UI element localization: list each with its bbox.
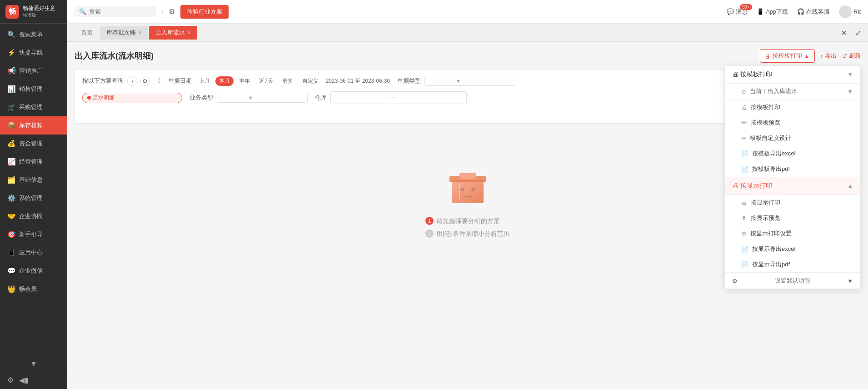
export-icon: ↑	[820, 53, 823, 60]
online-service-btn[interactable]: 🎧 在线客服	[797, 8, 830, 16]
date-tab-prev-month[interactable]: 上月	[195, 76, 214, 86]
dropdown-template-preview[interactable]: 👁 按模板预览	[725, 115, 860, 130]
topbar-settings-icon[interactable]: ⚙	[169, 7, 175, 16]
page-content: 出入库流水(流水明细) 🖨 按模板打印 ▲ ↑ 导出 ↺ 刷新	[67, 42, 868, 389]
user-profile[interactable]: Rit	[839, 5, 861, 18]
sidebar-item-enterprise[interactable]: 🤝 企业协同	[0, 207, 67, 225]
tab-batch-account-label: 库存批次账	[106, 29, 136, 37]
tab-home[interactable]: 首页	[75, 26, 99, 40]
dropdown-arrow-icon: ▲	[804, 53, 810, 60]
collapse-sidebar-icon[interactable]: ◀▮	[19, 376, 29, 384]
warehouse-more-icon[interactable]: ···	[389, 94, 395, 102]
sidebar-item-operations[interactable]: 📈 经营管理	[0, 153, 67, 171]
warehouse-label: 仓库	[315, 94, 327, 102]
maximize-page-btn[interactable]: ⤢	[852, 26, 864, 39]
dropdown-footer[interactable]: ⚙ 设置默认功能 ▼	[725, 273, 860, 289]
app-download-label: App下载	[766, 8, 788, 16]
dropdown-display-print-settings[interactable]: ⚙ 按显示打印设置	[725, 226, 860, 241]
svg-point-5	[471, 188, 475, 191]
display-export-excel-icon: 📄	[741, 246, 748, 253]
template-preview-item-icon: 👁	[741, 120, 747, 126]
doc-type-select[interactable]: ▼	[424, 76, 515, 86]
tab-inout-flow-close[interactable]: ×	[188, 30, 191, 36]
biz-type-label: 业务类型	[190, 94, 213, 102]
dropdown-template-export-excel[interactable]: 📄 按模板导出excel	[725, 146, 860, 161]
search-input[interactable]	[89, 8, 144, 15]
tab-batch-account-close[interactable]: ×	[139, 30, 142, 36]
app-icon: 📱	[757, 8, 764, 15]
dropdown-template-header[interactable]: 🖨 按模板打印 ▼	[725, 66, 860, 84]
page-title: 出入库流水(流水明细)	[75, 50, 154, 61]
template-print-item-label: 按模板打印	[751, 103, 780, 111]
export-btn[interactable]: ↑ 导出	[820, 52, 837, 60]
template-print-btn[interactable]: 🖨 按模板打印 ▲	[760, 49, 815, 63]
sidebar-scroll-down[interactable]: ▼	[0, 357, 67, 371]
display-export-pdf-label: 按显示导出pdf	[752, 260, 790, 269]
settings-bottom-icon[interactable]: ⚙	[7, 376, 14, 384]
tip-text-1: 请先选择要分析的方案	[436, 214, 500, 227]
sidebar-item-marketing[interactable]: 📢 营销推广	[0, 62, 67, 80]
printer-dropdown-icon: 🖨	[732, 70, 738, 78]
dropdown-template-arrow: ▼	[848, 71, 853, 78]
sidebar-label-member: 畅会员	[19, 285, 37, 293]
date-tab-more[interactable]: 更多	[279, 76, 297, 86]
warehouse-select[interactable]: ···	[330, 91, 467, 104]
svg-rect-0	[452, 180, 484, 203]
set-default-label: 设置默认功能	[775, 277, 810, 285]
dropdown-template-custom[interactable]: ✏ 模板自定义设计	[725, 130, 860, 146]
topbar: 🔍 | ⚙ 体验行业方案 💬 消息 99+ 📱 App下载 🎧 在线客服 Rit	[67, 0, 868, 24]
flow-tag-label: 流水明细	[93, 94, 115, 102]
biz-type-select[interactable]: ▼	[217, 93, 308, 103]
filter-settings-btn[interactable]: ⚙	[140, 76, 150, 86]
sidebar-item-guide[interactable]: 🎯 新手引导	[0, 225, 67, 244]
sidebar-item-purchase[interactable]: 🛒 采购管理	[0, 98, 67, 116]
tab-inout-flow[interactable]: 出入库流水 ×	[149, 26, 197, 40]
sidebar-item-search-menu[interactable]: 🔍 搜索菜单	[0, 25, 67, 44]
dropdown-display-print[interactable]: 🖨 按显示打印	[725, 195, 860, 210]
app-download-btn[interactable]: 📱 App下载	[757, 8, 788, 16]
filter-collapse-left-btn[interactable]: 《	[154, 76, 161, 86]
doc-type-label: 单据类型	[397, 77, 421, 85]
date-tab-last-7[interactable]: 近7天	[255, 76, 277, 86]
date-tab-custom[interactable]: 自定义	[299, 76, 322, 86]
display-export-excel-label: 按显示导出excel	[752, 245, 795, 253]
sidebar-item-member[interactable]: 👑 畅会员	[0, 280, 67, 298]
topbar-right: 💬 消息 99+ 📱 App下载 🎧 在线客服 Rit	[727, 5, 861, 18]
sidebar-icon-basic-info: 🗂️	[7, 176, 15, 184]
sidebar-label-marketing: 营销推广	[19, 67, 43, 75]
sidebar-item-app-center[interactable]: 📱 应用中心	[0, 244, 67, 262]
sidebar-item-system[interactable]: ⚙️ 系统管理	[0, 189, 67, 207]
dropdown-display-header[interactable]: 🖨 按显示打印 ▲	[725, 177, 860, 195]
display-print-item-label: 按显示打印	[751, 199, 780, 207]
dropdown-display-arrow: ▲	[848, 183, 853, 189]
online-service-label: 在线客服	[806, 8, 830, 16]
template-custom-item-icon: ✏	[741, 135, 746, 142]
sidebar-label-purchase: 采购管理	[19, 103, 43, 111]
tab-batch-account[interactable]: 库存批次账 ×	[100, 26, 148, 40]
dropdown-display-preview[interactable]: 👁 按显示预览	[725, 210, 860, 226]
svg-rect-2	[459, 173, 476, 179]
sidebar-item-sales[interactable]: 📊 销售管理	[0, 80, 67, 98]
dropdown-display-export-excel[interactable]: 📄 按显示导出excel	[725, 241, 860, 257]
warehouse-filter-field: 仓库 ···	[315, 91, 467, 104]
sidebar-item-wechat[interactable]: 💬 企业微信	[0, 262, 67, 280]
dropdown-template-print[interactable]: 🖨 按模板打印	[725, 100, 860, 115]
sidebar-item-quick-nav[interactable]: ⚡ 快捷导航	[0, 44, 67, 62]
tab-home-label: 首页	[81, 29, 93, 37]
filter-add-btn[interactable]: +	[127, 76, 137, 86]
sidebar-item-finance[interactable]: 💰 资金管理	[0, 135, 67, 153]
refresh-btn[interactable]: ↺ 刷新	[842, 52, 861, 60]
close-page-btn[interactable]: ✕	[837, 26, 850, 39]
sidebar-label-wechat: 企业微信	[19, 267, 43, 275]
dropdown-current-template[interactable]: ⊙ 当前：出入库流水 ▼	[725, 84, 860, 100]
date-tab-this-month[interactable]: 本月	[215, 76, 234, 86]
trial-btn[interactable]: 体验行业方案	[180, 5, 229, 19]
dropdown-template-export-pdf[interactable]: 📄 按模板导出pdf	[725, 161, 860, 177]
messages-btn[interactable]: 💬 消息 99+	[727, 8, 748, 16]
sidebar-item-basic-info[interactable]: 🗂️ 基础信息	[0, 171, 67, 189]
sidebar-label-search-menu: 搜索菜单	[19, 30, 43, 39]
tip-num-2: 2	[425, 229, 434, 238]
date-tab-this-year[interactable]: 本年	[235, 76, 254, 86]
sidebar-item-inventory[interactable]: 📦 库存核算	[0, 116, 67, 135]
dropdown-display-export-pdf[interactable]: 📄 按显示导出pdf	[725, 257, 860, 272]
